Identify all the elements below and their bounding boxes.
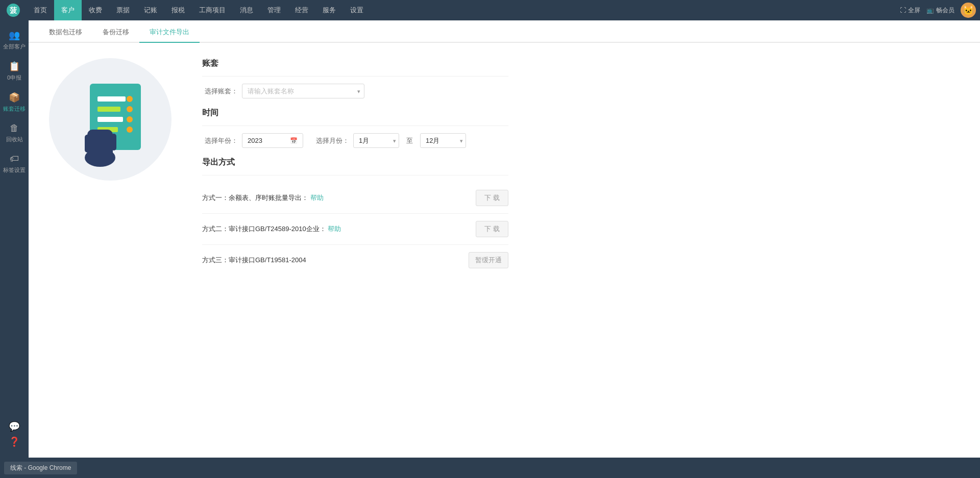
svg-point-9: [127, 116, 133, 122]
avatar[interactable]: 🐱: [961, 3, 976, 18]
svg-rect-5: [97, 117, 123, 122]
sidebar: 👥 全部客户 📋 0申报 📦 账套迁移 🗑 回收站 🏷 标签设置 💬 ❓: [0, 20, 29, 458]
year-input[interactable]: 2023 📅: [242, 133, 303, 148]
tab-data-migration[interactable]: 数据包迁移: [39, 28, 92, 43]
export-method-2-help-link[interactable]: 帮助: [328, 225, 341, 233]
svg-rect-13: [85, 135, 90, 153]
export-methods: 方式一：余额表、序时账批量导出： 帮助 下 载 方式二：审计接口GB/T2458…: [202, 183, 508, 275]
start-month-select[interactable]: 1月2月3月4月 5月6月7月8月 9月10月11月12月: [353, 133, 399, 148]
content-area: 数据包迁移 备份迁移 审计文件导出: [29, 20, 980, 458]
sidebar-item-recycle[interactable]: 🗑 回收站: [0, 118, 29, 148]
sidebar-bottom: 💬 ❓: [9, 421, 20, 454]
export-method-3-text: 方式三：审计接口GB/T19581-2004: [202, 256, 306, 265]
taskbar: 线索 - Google Chrome: [0, 458, 980, 478]
nav-items: 首页 客户 收费 票据 记账 报税 工商项目 消息 管理 经营 服务 设置: [27, 0, 900, 20]
all-customers-icon: 👥: [9, 30, 20, 41]
fullscreen-button[interactable]: ⛶ 全屏: [900, 6, 920, 15]
export-method-1-help-link[interactable]: 帮助: [310, 194, 324, 202]
tab-backup-migration[interactable]: 备份迁移: [92, 28, 139, 43]
svg-rect-3: [97, 96, 126, 102]
export-method-3-coming-soon-button: 暂缓开通: [469, 252, 508, 268]
svg-rect-4: [97, 107, 120, 112]
recycle-icon: 🗑: [10, 123, 19, 134]
export-method-1-download-button[interactable]: 下 载: [476, 190, 508, 206]
tab-bar: 数据包迁移 备份迁移 审计文件导出: [29, 20, 980, 43]
svg-point-8: [127, 106, 133, 112]
svg-point-10: [127, 127, 133, 133]
main-layout: 👥 全部客户 📋 0申报 📦 账套迁移 🗑 回收站 🏷 标签设置 💬 ❓ 数据包…: [0, 20, 980, 458]
end-month-select-wrap: 1月2月3月4月 5月6月7月8月 9月10月11月12月 ▾: [420, 133, 466, 148]
member-icon: 📺: [926, 7, 934, 14]
export-section-title: 导出方式: [202, 157, 508, 168]
nav-message[interactable]: 消息: [233, 0, 260, 20]
svg-rect-14: [111, 134, 116, 150]
svg-point-7: [127, 96, 133, 102]
nav-settings[interactable]: 设置: [343, 0, 371, 20]
fullscreen-icon: ⛶: [900, 7, 906, 14]
nav-tax[interactable]: 报税: [164, 0, 192, 20]
sidebar-item-tag-settings[interactable]: 🏷 标签设置: [0, 148, 29, 179]
nav-fee[interactable]: 收费: [82, 0, 109, 20]
export-divider: [202, 175, 508, 175]
end-month-select[interactable]: 1月2月3月4月 5月6月7月8月 9月10月11月12月: [420, 133, 466, 148]
account-migration-icon: 📦: [9, 92, 20, 103]
nav-operation[interactable]: 经营: [288, 0, 315, 20]
time-divider: [202, 125, 508, 126]
account-divider: [202, 76, 508, 77]
illustration: [49, 58, 172, 181]
export-method-2-text: 方式二：审计接口GB/T24589-2010企业： 帮助: [202, 224, 341, 234]
export-method-2-download-button[interactable]: 下 载: [476, 221, 508, 237]
calendar-icon: 📅: [290, 137, 298, 144]
export-method-1-text: 方式一：余额表、序时账批量导出： 帮助: [202, 193, 324, 203]
member-button[interactable]: 📺 畅会员: [926, 6, 954, 15]
tab-audit-export[interactable]: 审计文件导出: [139, 28, 200, 43]
top-nav: 菠 首页 客户 收费 票据 记账 报税 工商项目 消息 管理 经营 服务 设置 …: [0, 0, 980, 20]
svg-text:菠: 菠: [10, 6, 17, 14]
export-method-3: 方式三：审计接口GB/T19581-2004 暂缓开通: [202, 245, 508, 275]
export-method-1: 方式一：余额表、序时账批量导出： 帮助 下 载: [202, 183, 508, 214]
sidebar-help-icon[interactable]: ❓: [9, 436, 20, 447]
nav-right: ⛶ 全屏 📺 畅会员 🐱: [900, 3, 976, 18]
year-label: 选择年份：: [202, 136, 238, 145]
account-select-input[interactable]: [242, 84, 364, 98]
month-label: 选择月份：: [313, 136, 349, 145]
to-text: 至: [403, 136, 416, 145]
start-month-select-wrap: 1月2月3月4月 5月6月7月8月 9月10月11月12月 ▾: [353, 133, 399, 148]
logo: 菠: [4, 1, 22, 19]
time-row: 选择年份： 2023 📅 选择月份： 1月2月3月4月 5月6月7月8月 9月1…: [202, 133, 508, 148]
sidebar-item-all-customers[interactable]: 👥 全部客户: [0, 24, 29, 56]
nav-invoice[interactable]: 票据: [109, 0, 137, 20]
page-content: 账套 选择账套： ▾ 时间 选择年份：: [29, 43, 980, 458]
nav-customer[interactable]: 客户: [54, 0, 82, 20]
nav-service[interactable]: 服务: [315, 0, 343, 20]
account-section-title: 账套: [202, 58, 508, 69]
nav-business[interactable]: 工商项目: [192, 0, 233, 20]
sidebar-item-account-migration[interactable]: 📦 账套迁移: [0, 87, 29, 118]
export-method-2: 方式二：审计接口GB/T24589-2010企业： 帮助 下 载: [202, 214, 508, 245]
form-area: 账套 选择账套： ▾ 时间 选择年份：: [202, 58, 508, 275]
time-section-title: 时间: [202, 108, 508, 118]
svg-rect-12: [87, 130, 113, 160]
nav-bookkeeping[interactable]: 记账: [137, 0, 164, 20]
taskbar-chrome-item[interactable]: 线索 - Google Chrome: [4, 462, 77, 474]
account-select-label: 选择账套：: [202, 87, 238, 96]
form-container: 账套 选择账套： ▾ 时间 选择年份：: [49, 58, 960, 275]
account-select-row: 选择账套： ▾: [202, 84, 508, 98]
sidebar-item-zero-declare[interactable]: 📋 0申报: [0, 56, 29, 87]
tag-settings-icon: 🏷: [10, 154, 19, 164]
nav-home[interactable]: 首页: [27, 0, 54, 20]
zero-declare-icon: 📋: [9, 61, 20, 72]
account-select-wrap: ▾: [242, 84, 364, 98]
nav-manage[interactable]: 管理: [260, 0, 288, 20]
sidebar-message-icon[interactable]: 💬: [9, 421, 20, 432]
